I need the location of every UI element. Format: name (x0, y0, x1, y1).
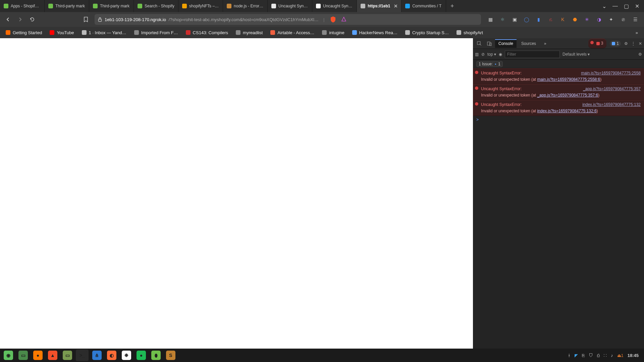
chrome-ext-icon[interactable]: ◯ (523, 16, 530, 23)
bookmark-item[interactable]: shopifyArt (453, 28, 486, 37)
inspect-element-icon[interactable] (475, 38, 484, 49)
printer-tray-icon[interactable]: ⎙ (597, 353, 600, 358)
error-source-link[interactable]: main.js?ts=1659790847775:2558 (581, 70, 641, 76)
error-count-badge[interactable]: 3 (588, 39, 607, 48)
bookmark-item[interactable]: Airtable - Access… (267, 28, 317, 37)
error-source-link[interactable]: index.js?ts=1659790847775:132 (582, 102, 641, 108)
console-filter-input[interactable] (505, 51, 560, 58)
taskbar-terminal[interactable]: >_ (76, 350, 89, 361)
shield-tray-icon[interactable]: ⛉ (589, 353, 593, 358)
console-sidebar-icon[interactable]: ▥ (475, 52, 479, 57)
error-location-link[interactable]: main.js?ts=1659790847775:2558:6 (537, 77, 600, 82)
browser-tab[interactable]: Third-party mark (45, 0, 89, 12)
console-context[interactable]: top ▾ (487, 52, 496, 57)
devtools-close-icon[interactable]: ✕ (639, 41, 642, 46)
favicon-icon (93, 3, 98, 9)
metamask-icon[interactable]: ⬣ (572, 16, 578, 23)
bluetooth-icon[interactable]: ᚼ (568, 353, 571, 358)
bookmark-favicon-icon (456, 30, 462, 35)
console-prompt[interactable]: > (473, 116, 644, 123)
taskbar-firefox[interactable]: ● (32, 350, 44, 361)
console-error[interactable]: index.js?ts=1659790847775:132Uncaught Sy… (473, 100, 644, 116)
back-button[interactable] (3, 14, 13, 25)
bookmarks-overflow-icon[interactable]: » (632, 30, 641, 35)
update-lock-icon[interactable]: ⏏1 (617, 353, 624, 358)
clock[interactable]: 18:45 (628, 353, 639, 358)
browser-tab[interactable]: Uncaught Syntax (312, 0, 357, 12)
taskbar-skype[interactable]: S (164, 350, 177, 361)
browser-tab[interactable]: Apps - Shopify Pa (0, 0, 45, 12)
address-bar[interactable]: 1eb1-103-119-208-170.ngrok.io/?shop=rohi… (95, 14, 481, 25)
bookmark-item[interactable]: Imported From F… (131, 28, 181, 37)
info-count-badge[interactable]: 1 (610, 41, 621, 47)
tab-close-icon[interactable]: ✕ (394, 4, 398, 8)
forward-button[interactable] (15, 14, 25, 25)
ext-k-icon[interactable]: K (559, 16, 566, 23)
tab-overflow-icon[interactable]: ⌄ (602, 3, 606, 9)
console-error[interactable]: _app.js?ts=1659790847775:357Uncaught Syn… (473, 84, 644, 100)
window-close-icon[interactable]: ✕ (635, 3, 639, 9)
issues-chip[interactable]: 1 Issue: ▪ 1 (476, 61, 503, 67)
bookmark-item[interactable]: YouTube (47, 28, 76, 37)
window-minimize-icon[interactable]: — (612, 3, 618, 9)
clipboard-tray-icon[interactable]: ⎘ (582, 353, 585, 358)
taskbar-files-green[interactable]: ▭ (17, 350, 30, 361)
browser-tab[interactable]: Third-party mark (89, 0, 134, 12)
devtools-settings-icon[interactable]: ⚙ (624, 41, 628, 46)
telegram-tray-icon[interactable]: ◤ (575, 353, 578, 358)
react-devtools-icon[interactable]: ⚛ (499, 16, 506, 23)
console-clear-icon[interactable]: ⊘ (481, 52, 485, 57)
device-mode-icon[interactable] (485, 38, 494, 49)
browser-tab[interactable]: node.js - Error: re (223, 0, 268, 12)
window-maximize-icon[interactable]: ▢ (624, 3, 629, 9)
taskbar-brave[interactable]: ▲ (46, 350, 59, 361)
browser-tab[interactable]: Search - Shopify (134, 0, 178, 12)
taskbar-postman[interactable]: ◐ (105, 350, 118, 361)
console-levels[interactable]: Default levels ▾ (562, 52, 590, 57)
console-error[interactable]: main.js?ts=1659790847775:2558Uncaught Sy… (473, 68, 644, 84)
taskbar-mongodb[interactable]: ⬮ (150, 350, 162, 361)
menu-icon[interactable]: ☰ (632, 16, 639, 23)
brave-rewards-icon[interactable] (340, 15, 348, 23)
devtools-kebab-icon[interactable]: ⋮ (631, 41, 635, 46)
browser-tab[interactable]: Communities / T (401, 0, 446, 12)
extensions-icon[interactable]: ✦ (608, 16, 614, 23)
taskbar-slack[interactable]: ❉ (120, 350, 133, 361)
bookmark-item[interactable]: 1 · Inbox — Yand… (79, 28, 129, 37)
browser-tab[interactable]: Uncaught Syntax (268, 0, 312, 12)
wallet-icon[interactable]: ▮ (535, 16, 542, 23)
brave-shield-icon[interactable] (329, 15, 337, 23)
browser-tab[interactable]: shopifyNFTs – Cl (178, 0, 223, 12)
console-liveexp-icon[interactable]: ◉ (499, 52, 502, 57)
bookmark-item[interactable]: Crypto Startup S… (402, 28, 451, 37)
ext-red-icon[interactable]: ⎌ (547, 16, 554, 23)
tab-sources[interactable]: Sources (518, 39, 539, 48)
tab-console[interactable]: Console (495, 39, 517, 48)
taskbar-mint-menu[interactable]: ◉ (2, 350, 15, 361)
taskbar-spotify[interactable]: ● (135, 350, 148, 361)
tab-more-icon[interactable]: » (541, 39, 550, 48)
bookmark-icon[interactable] (80, 14, 91, 25)
taskbar-vscode[interactable]: ⋔ (91, 350, 103, 361)
wifi-icon[interactable]: ⸬ (604, 353, 607, 358)
sound-icon[interactable]: ♪ (611, 353, 613, 358)
tab-label: Third-party mark (55, 4, 85, 8)
reload-button[interactable] (27, 14, 38, 25)
error-location-link[interactable]: _app.js?ts=1659790847775:357:6 (537, 93, 598, 98)
bookmark-item[interactable]: CS143: Compilers (183, 28, 231, 37)
bookmark-item[interactable]: Getting Started (3, 28, 45, 37)
taskbar-files[interactable]: ▭ (61, 350, 74, 361)
browser-tab[interactable]: https://1eb1✕ (357, 0, 401, 12)
bookmark-item[interactable]: HackerNews Rea… (349, 28, 400, 37)
ext-dot-icon[interactable]: ◑ (596, 16, 602, 23)
download-icon[interactable]: ⎚ (620, 16, 627, 23)
pip-icon[interactable]: ▣ (511, 16, 518, 23)
error-location-link[interactable]: index.js?ts=165979084775:132:6 (537, 109, 596, 113)
console-settings-icon[interactable]: ⚙ (638, 52, 642, 57)
ext-purple-icon[interactable]: ✳ (584, 16, 590, 23)
error-source-link[interactable]: _app.js?ts=1659790847775:357 (583, 86, 641, 92)
bookmark-item[interactable]: intugine (319, 28, 347, 37)
qr-icon[interactable]: ▦ (487, 16, 494, 23)
bookmark-item[interactable]: myreadlist (233, 28, 265, 37)
new-tab-button[interactable]: + (446, 0, 458, 12)
